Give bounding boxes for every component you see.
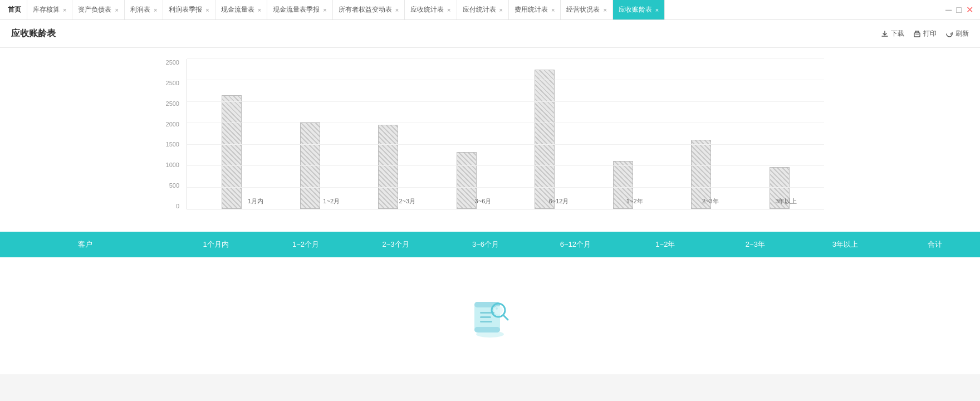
y-label-0: 0 xyxy=(176,203,179,209)
tab-cashflow-quarterly-close[interactable]: × xyxy=(323,7,326,13)
table-header: 客户 1个月内 1~2个月 2~3个月 3~6个月 6~12个月 1~2年 2~… xyxy=(0,232,980,257)
tab-ap-stat[interactable]: 应付统计表 × xyxy=(457,0,509,20)
refresh-icon xyxy=(945,30,953,38)
print-button[interactable]: 打印 xyxy=(913,29,937,38)
tab-equity-label: 所有者权益变动表 xyxy=(339,5,392,14)
th-23m: 2~3个月 xyxy=(351,232,440,257)
tab-bar: 首页 库存核算 × 资产负债表 × 利润表 × 利润表季报 × 现金流量表 × … xyxy=(0,0,980,20)
x-label-12m: 1~2月 xyxy=(293,193,369,209)
download-button[interactable]: 下载 xyxy=(881,29,904,38)
chart-x-labels: 1月内 1~2月 2~3月 3~6月 6~12月 1~2年 2~3年 3年以上 xyxy=(218,193,824,209)
tab-ap-stat-label: 应付统计表 xyxy=(463,5,496,14)
svg-rect-1 xyxy=(915,35,919,35)
tab-operation-label: 经营状况表 xyxy=(566,5,600,14)
tab-equity[interactable]: 所有者权益变动表 × xyxy=(333,0,405,20)
x-label-23y: 2~3年 xyxy=(673,193,748,209)
grid-line-4 xyxy=(187,123,824,123)
window-actions: ─ □ ✕ xyxy=(945,4,978,15)
y-label-1500: 1500 xyxy=(166,141,179,148)
svg-point-12 xyxy=(496,307,498,310)
y-label-1000: 1000 xyxy=(166,162,179,168)
th-23y: 2~3年 xyxy=(710,232,800,257)
tab-profit[interactable]: 利润表 × xyxy=(125,0,163,20)
svg-rect-8 xyxy=(480,321,492,322)
y-label-2500a: 2500 xyxy=(166,100,179,107)
tab-ar-aging-close[interactable]: × xyxy=(655,7,659,13)
empty-state xyxy=(0,257,980,374)
tab-balance-sheet-close[interactable]: × xyxy=(115,7,118,13)
svg-point-10 xyxy=(494,306,503,315)
tab-profit-quarterly[interactable]: 利润表季报 × xyxy=(163,0,215,20)
tab-expense-stat[interactable]: 费用统计表 × xyxy=(509,0,561,20)
refresh-label: 刷新 xyxy=(955,29,969,38)
page-title: 应收账龄表 xyxy=(11,28,56,40)
x-label-36m: 3~6月 xyxy=(445,193,521,209)
tab-cashflow[interactable]: 现金流量表 × xyxy=(215,0,267,20)
tab-cashflow-quarterly-label: 现金流量表季报 xyxy=(273,5,320,14)
tab-ap-stat-close[interactable]: × xyxy=(499,7,503,13)
tab-ar-stat-close[interactable]: × xyxy=(447,7,450,13)
grid-line-7 xyxy=(187,58,824,59)
svg-rect-5 xyxy=(474,327,500,332)
download-icon xyxy=(881,30,889,38)
tab-profit-quarterly-close[interactable]: × xyxy=(205,7,209,13)
x-label-612m: 6~12月 xyxy=(521,193,597,209)
header-actions: 下载 打印 刷新 xyxy=(881,29,969,38)
x-label-1m: 1月内 xyxy=(218,193,293,209)
th-12m: 1~2个月 xyxy=(261,232,350,257)
th-36m: 3~6个月 xyxy=(440,232,530,257)
tab-cashflow-label: 现金流量表 xyxy=(221,5,254,14)
download-label: 下载 xyxy=(891,29,904,38)
tab-cashflow-close[interactable]: × xyxy=(258,7,261,13)
tab-inventory-close[interactable]: × xyxy=(63,7,66,13)
refresh-button[interactable]: 刷新 xyxy=(945,29,969,38)
th-612m: 6~12个月 xyxy=(531,232,620,257)
chart-y-axis: 0 500 1000 1500 2000 2500 2500 2500 xyxy=(156,59,184,209)
bar-1m xyxy=(222,95,242,209)
tab-expense-stat-label: 费用统计表 xyxy=(514,5,548,14)
tab-inventory[interactable]: 库存核算 × xyxy=(27,0,72,20)
th-12y: 1~2年 xyxy=(620,232,710,257)
svg-line-11 xyxy=(503,315,508,320)
x-label-23m: 2~3月 xyxy=(369,193,445,209)
x-label-12y: 1~2年 xyxy=(597,193,673,209)
tab-expense-stat-close[interactable]: × xyxy=(551,7,555,13)
tab-cashflow-quarterly[interactable]: 现金流量表季报 × xyxy=(267,0,332,20)
tab-ar-stat[interactable]: 应收统计表 × xyxy=(405,0,457,20)
chart-bars-area: 1月内 1~2月 2~3月 3~6月 6~12月 1~2年 2~3年 3年以上 xyxy=(187,59,824,209)
y-label-2500c: 2500 xyxy=(166,59,179,66)
grid-line-6 xyxy=(187,80,824,80)
tab-operation-close[interactable]: × xyxy=(603,7,606,13)
tab-profit-label: 利润表 xyxy=(130,5,150,14)
tab-home[interactable]: 首页 xyxy=(2,0,27,20)
empty-illustration xyxy=(462,291,518,341)
tab-profit-close[interactable]: × xyxy=(154,7,157,13)
grid-line-5 xyxy=(187,101,824,102)
tab-balance-sheet-label: 资产负债表 xyxy=(78,5,111,14)
y-label-2000: 2000 xyxy=(166,121,179,128)
x-label-3yplus: 3年以上 xyxy=(748,193,824,209)
tab-ar-aging[interactable]: 应收账龄表 × xyxy=(613,0,665,20)
tab-home-label: 首页 xyxy=(8,5,21,14)
chart-container: 0 500 1000 1500 2000 2500 2500 2500 xyxy=(156,59,824,226)
window-close-icon[interactable]: ✕ xyxy=(966,4,973,15)
window-minimize-icon[interactable]: ─ xyxy=(945,5,952,15)
tab-equity-close[interactable]: × xyxy=(395,7,399,13)
bar-612m xyxy=(535,70,555,209)
tab-balance-sheet[interactable]: 资产负债表 × xyxy=(72,0,124,20)
tab-profit-quarterly-label: 利润表季报 xyxy=(169,5,202,14)
grid-line-2 xyxy=(187,165,824,166)
th-total: 合计 xyxy=(890,232,980,257)
y-label-500: 500 xyxy=(169,182,179,189)
print-label: 打印 xyxy=(923,29,937,38)
grid-line-3 xyxy=(187,144,824,145)
th-1m: 1个月内 xyxy=(171,232,261,257)
main-content: 0 500 1000 1500 2000 2500 2500 2500 xyxy=(0,48,980,374)
chart-area: 0 500 1000 1500 2000 2500 2500 2500 xyxy=(0,48,980,232)
print-icon xyxy=(913,30,921,38)
th-customer: 客户 xyxy=(0,232,171,257)
tab-operation[interactable]: 经营状况表 × xyxy=(561,0,612,20)
grid-line-1 xyxy=(187,187,824,188)
window-maximize-icon[interactable]: □ xyxy=(956,5,962,15)
tab-inventory-label: 库存核算 xyxy=(33,5,60,14)
